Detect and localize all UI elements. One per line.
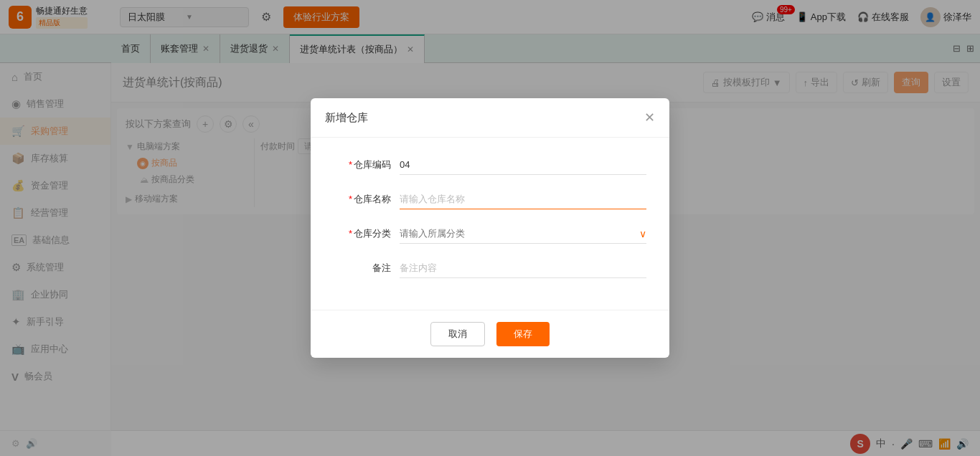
category-select-wrap: ∨	[400, 224, 646, 244]
name-input[interactable]	[400, 189, 646, 209]
note-input[interactable]	[400, 258, 646, 278]
modal-overlay: 新增仓库 ✕ 仓库编码 仓库名称 仓库分类 ∨	[0, 0, 980, 456]
modal-body: 仓库编码 仓库名称 仓库分类 ∨ 备注	[311, 138, 669, 310]
modal-header: 新增仓库 ✕	[311, 98, 669, 138]
name-label: 仓库名称	[334, 193, 391, 206]
modal-footer: 取消 保存	[311, 310, 669, 358]
category-input[interactable]	[400, 224, 639, 243]
category-dropdown-arrow[interactable]: ∨	[639, 228, 646, 239]
note-form-row: 备注	[334, 258, 646, 278]
category-form-row: 仓库分类 ∨	[334, 224, 646, 244]
name-form-row: 仓库名称	[334, 189, 646, 209]
code-form-row: 仓库编码	[334, 155, 646, 175]
code-label: 仓库编码	[334, 158, 391, 171]
modal-title: 新增仓库	[325, 111, 368, 125]
category-label: 仓库分类	[334, 227, 391, 240]
cancel-button[interactable]: 取消	[430, 322, 485, 346]
modal-close-button[interactable]: ✕	[644, 110, 655, 125]
save-button[interactable]: 保存	[496, 322, 550, 346]
note-label: 备注	[334, 262, 391, 275]
new-warehouse-modal: 新增仓库 ✕ 仓库编码 仓库名称 仓库分类 ∨	[311, 98, 669, 358]
code-input[interactable]	[400, 155, 646, 175]
